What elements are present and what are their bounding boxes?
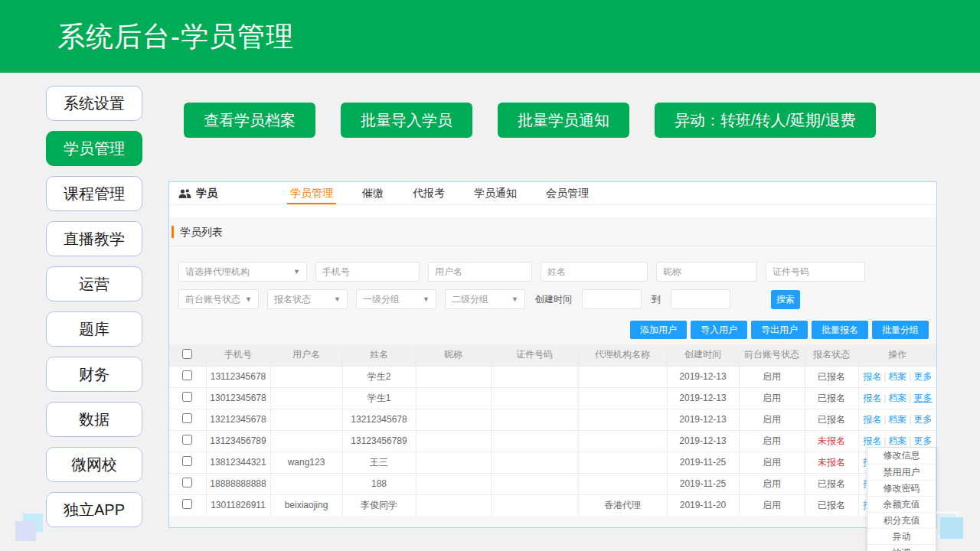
tab-学员通知[interactable]: 学员通知 bbox=[474, 182, 517, 204]
quick-action-button[interactable]: 异动：转班/转人/延期/退费 bbox=[655, 103, 876, 138]
cell bbox=[270, 366, 342, 387]
sidebar-item-运营[interactable]: 运营 bbox=[46, 266, 142, 302]
tab-会员管理[interactable]: 会员管理 bbox=[546, 182, 589, 204]
section-title: 学员列表 bbox=[180, 226, 223, 238]
filter-input[interactable] bbox=[766, 262, 865, 282]
sidebar-item-学员管理[interactable]: 学员管理 bbox=[46, 131, 142, 166]
search-button[interactable]: 搜索 bbox=[771, 290, 800, 309]
filter-select[interactable]: 请选择代理机构▼ bbox=[178, 262, 307, 282]
cell: 13112345678 bbox=[206, 366, 270, 387]
filter-input[interactable] bbox=[428, 262, 532, 282]
dropdown-item-修改信息[interactable]: 修改信息 bbox=[867, 448, 936, 464]
signup-status-cell: 已报名 bbox=[805, 387, 858, 409]
sidebar-item-微网校[interactable]: 微网校 bbox=[46, 447, 142, 482]
dropdown-item-积分充值[interactable]: 积分充值 bbox=[867, 512, 936, 528]
cell: 香港代理 bbox=[578, 494, 667, 516]
cell: 2019-11-25 bbox=[667, 473, 739, 494]
row-actions-cell: 报名|档案|更多 bbox=[858, 387, 936, 409]
sidebar-item-题库[interactable]: 题库 bbox=[46, 311, 142, 347]
row-checkbox[interactable] bbox=[182, 456, 192, 466]
tab-催缴[interactable]: 催缴 bbox=[362, 182, 384, 204]
chevron-down-icon: ▼ bbox=[511, 295, 518, 303]
table-row: 13212345678132123456782019-12-13启用已报名报名|… bbox=[169, 409, 936, 430]
row-action-报名[interactable]: 报名 bbox=[863, 371, 881, 382]
chevron-down-icon: ▼ bbox=[423, 295, 430, 303]
cell bbox=[491, 387, 578, 409]
cell bbox=[416, 387, 491, 409]
quick-action-button[interactable]: 查看学员档案 bbox=[184, 103, 315, 138]
row-checkbox[interactable] bbox=[182, 435, 192, 445]
filter-select[interactable]: 二级分组▼ bbox=[445, 289, 525, 309]
section-title-bar: 学员列表 bbox=[169, 217, 936, 246]
bulk-action-button[interactable]: 批量报名 bbox=[812, 321, 868, 339]
row-checkbox[interactable] bbox=[182, 413, 192, 423]
row-action-更多[interactable]: 更多 bbox=[913, 435, 932, 446]
created-time-start-input[interactable] bbox=[582, 289, 642, 309]
tab-代报考[interactable]: 代报考 bbox=[413, 182, 445, 204]
row-checkbox[interactable] bbox=[182, 499, 192, 509]
dropdown-item-异动[interactable]: 异动 bbox=[867, 528, 936, 544]
bulk-action-button[interactable]: 导出用户 bbox=[751, 321, 808, 339]
row-action-更多[interactable]: 更多 bbox=[913, 371, 932, 382]
corner-decoration-cyan-right bbox=[940, 517, 963, 539]
row-checkbox[interactable] bbox=[182, 370, 192, 380]
row-action-报名[interactable]: 报名 bbox=[863, 393, 881, 403]
chevron-down-icon: ▼ bbox=[245, 295, 252, 303]
link-separator: | bbox=[884, 435, 886, 446]
row-action-报名[interactable]: 报名 bbox=[863, 435, 881, 446]
row-checkbox-cell bbox=[169, 366, 206, 387]
more-dropdown-menu: 修改信息禁用用户修改密码余额充值积分充值异动约课 bbox=[867, 447, 936, 551]
bulk-action-button[interactable]: 导入用户 bbox=[691, 321, 747, 339]
signup-status-cell: 未报名 bbox=[805, 452, 858, 473]
link-separator: | bbox=[884, 393, 886, 403]
dropdown-item-约课[interactable]: 约课 bbox=[867, 544, 936, 551]
select-all-checkbox[interactable] bbox=[182, 349, 192, 359]
sidebar-item-直播教学[interactable]: 直播教学 bbox=[46, 221, 142, 256]
bulk-action-button[interactable]: 添加用户 bbox=[630, 321, 687, 339]
sidebar-item-独立APP[interactable]: 独立APP bbox=[46, 492, 142, 527]
cell bbox=[491, 430, 578, 452]
sidebar-item-系统设置[interactable]: 系统设置 bbox=[46, 86, 142, 121]
filter-input[interactable] bbox=[541, 262, 648, 282]
row-checkbox[interactable] bbox=[182, 478, 192, 487]
row-action-档案[interactable]: 档案 bbox=[888, 435, 906, 446]
chevron-down-icon: ▼ bbox=[293, 268, 300, 276]
section-title-marker bbox=[172, 226, 174, 238]
filter-input[interactable] bbox=[315, 262, 420, 282]
cell: 18888888888 bbox=[206, 473, 270, 494]
filter-select[interactable]: 一级分组▼ bbox=[356, 289, 436, 309]
row-action-更多[interactable]: 更多 bbox=[913, 414, 932, 425]
bulk-action-button[interactable]: 批量分组 bbox=[872, 321, 929, 339]
sidebar-item-课程管理[interactable]: 课程管理 bbox=[46, 176, 142, 211]
table-row: 188888888881882019-11-25启用已报名报名|档案|更多 bbox=[169, 473, 936, 494]
row-action-档案[interactable]: 档案 bbox=[888, 393, 906, 403]
tab-学员管理[interactable]: 学员管理 bbox=[290, 182, 333, 204]
dropdown-item-禁用用户[interactable]: 禁用用户 bbox=[867, 464, 936, 480]
filter-select[interactable]: 前台账号状态▼ bbox=[178, 289, 259, 309]
cell: 13123456789 bbox=[206, 430, 270, 452]
filter-select[interactable]: 报名状态▼ bbox=[267, 289, 348, 309]
cell: 13011826911 bbox=[206, 494, 270, 516]
signup-status-cell: 未报名 bbox=[805, 430, 858, 452]
cell: 学生1 bbox=[342, 387, 416, 409]
cell: 2019-12-13 bbox=[667, 387, 739, 409]
dropdown-item-余额充值[interactable]: 余额充值 bbox=[867, 496, 936, 512]
quick-action-button[interactable]: 批量学员通知 bbox=[498, 103, 629, 138]
filter-select-value: 前台账号状态 bbox=[185, 293, 240, 306]
table-row: 13112345678学生22019-12-13启用已报名报名|档案|更多 bbox=[169, 366, 936, 387]
column-header: 前台账号状态 bbox=[739, 344, 805, 366]
sidebar-item-财务[interactable]: 财务 bbox=[46, 357, 142, 392]
row-action-档案[interactable]: 档案 bbox=[888, 414, 906, 425]
filter-input[interactable] bbox=[656, 262, 757, 282]
row-action-档案[interactable]: 档案 bbox=[888, 371, 906, 382]
quick-action-button[interactable]: 批量导入学员 bbox=[341, 103, 472, 138]
row-action-更多[interactable]: 更多 bbox=[913, 393, 932, 403]
row-actions-cell: 报名|档案|更多 bbox=[858, 409, 936, 430]
row-action-报名[interactable]: 报名 bbox=[863, 414, 881, 425]
cell bbox=[578, 409, 667, 430]
link-separator: | bbox=[909, 414, 911, 425]
created-time-end-input[interactable] bbox=[671, 289, 730, 309]
dropdown-item-修改密码[interactable]: 修改密码 bbox=[867, 480, 936, 496]
row-checkbox[interactable] bbox=[182, 392, 192, 402]
sidebar-item-数据[interactable]: 数据 bbox=[46, 402, 142, 437]
